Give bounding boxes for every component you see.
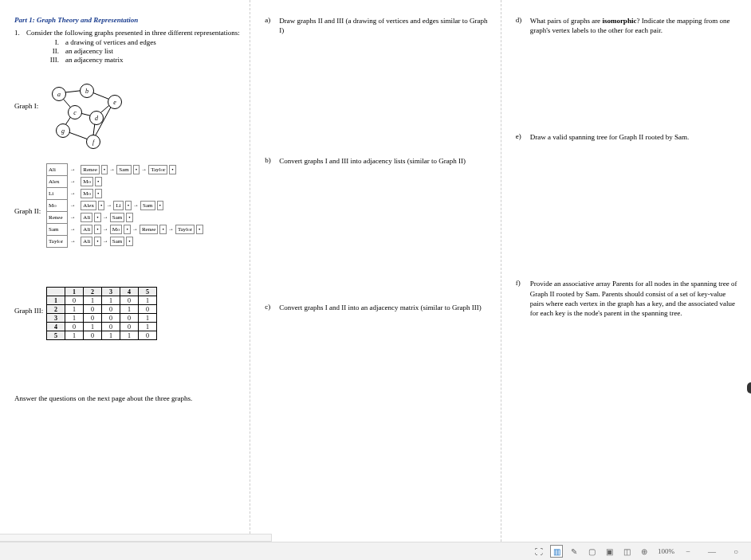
rep-1-num: I. — [43, 38, 59, 46]
adj-list-pointer: • — [126, 237, 132, 246]
question-f: f) Provide an associative array Parents … — [516, 279, 741, 318]
zoom-slider[interactable]: — — [699, 545, 725, 558]
adj-head: Mo — [47, 200, 68, 212]
arrow-icon: → — [168, 226, 174, 233]
rep-3: an adjacency matrix — [65, 56, 123, 64]
node-f: f — [86, 135, 100, 149]
adj-list-pointer: • — [101, 165, 108, 174]
question-c: c) Convert graphs I and II into an adjac… — [265, 303, 490, 312]
arrow-icon: → — [103, 214, 108, 221]
adj-list-pointer: • — [133, 165, 140, 174]
book-view-icon[interactable]: ◫ — [620, 545, 633, 558]
adj-head: Taylor — [47, 236, 68, 248]
single-page-icon[interactable]: ▢ — [585, 545, 598, 558]
arrow-icon: → — [132, 226, 138, 233]
q-b-letter: b) — [265, 156, 279, 166]
q-d-bold: isomorphic — [602, 17, 636, 25]
q-f-letter: f) — [516, 279, 530, 318]
matrix-cell: 0 — [84, 331, 102, 340]
question-b: b) Convert graphs I and III into adjacen… — [265, 156, 490, 166]
two-page-icon[interactable]: ▣ — [603, 545, 615, 558]
node-a: a — [52, 87, 66, 101]
page-2: a) Draw graphs II and III (a drawing of … — [250, 0, 501, 542]
adj-head: Alex — [47, 176, 68, 188]
q-b-text: Convert graphs I and III into adjacency … — [279, 156, 490, 166]
graph-3-matrix: 12345 101101210010310001401001510110 — [46, 287, 157, 340]
question-d: d) What pairs of graphs are isomorphic? … — [516, 16, 741, 35]
matrix-cell: 0 — [120, 323, 139, 331]
matrix-row-header: 3 — [47, 314, 65, 323]
matrix-cell: 0 — [65, 296, 84, 305]
question-e: e) Draw a valid spanning tree for Graph … — [516, 132, 741, 142]
matrix-cell: 0 — [139, 305, 157, 314]
matrix-cell: 1 — [65, 314, 84, 323]
adj-head: Ali — [47, 164, 68, 176]
arrow-icon: → — [141, 166, 147, 173]
part-title: Part 1: Graph Theory and Representation — [14, 16, 240, 24]
adj-list-pointer: • — [157, 201, 163, 210]
matrix-cell: 1 — [139, 323, 157, 331]
matrix-cell: 1 — [102, 296, 120, 305]
side-handle[interactable] — [747, 382, 751, 394]
adj-list-pointer: • — [98, 201, 104, 210]
arrow-icon: → — [109, 166, 115, 173]
adj-list-node: Mo — [81, 177, 93, 186]
q-a-text: Draw graphs II and III (a drawing of ver… — [279, 16, 490, 35]
q-c-text: Convert graphs I and II into an adjacenc… — [279, 303, 490, 312]
matrix-cell: 1 — [139, 296, 157, 305]
adj-list-pointer: • — [169, 165, 175, 174]
horizontal-scrollbar[interactable] — [0, 534, 272, 542]
q-d-letter: d) — [516, 16, 530, 35]
edit-icon[interactable]: ✎ — [568, 545, 580, 558]
adj-head: Li — [47, 188, 68, 200]
adj-list-node: Renee — [81, 165, 100, 174]
representation-list: I.a drawing of vertices and edges II.an … — [43, 38, 240, 64]
multipage-view-icon[interactable]: ▥ — [550, 545, 563, 558]
zoom-reset-icon[interactable]: ○ — [729, 545, 742, 558]
graph-3-label: Graph III: — [14, 307, 43, 315]
adj-list-node: Ali — [81, 213, 92, 222]
matrix-cell: 1 — [120, 305, 139, 314]
q-c-letter: c) — [265, 303, 279, 312]
matrix-header: 5 — [139, 288, 157, 296]
page-3: d) What pairs of graphs are isomorphic? … — [501, 0, 751, 542]
fullscreen-icon[interactable]: ⛶ — [533, 545, 545, 558]
adj-list-node: Mo — [110, 225, 123, 234]
matrix-cell: 0 — [120, 314, 139, 323]
adj-list-pointer: • — [159, 225, 166, 234]
q1-number: 1. — [14, 29, 20, 37]
matrix-cell: 1 — [139, 314, 157, 323]
graph-1-drawing: a b e c d g f — [46, 80, 150, 151]
q-e-letter: e) — [516, 132, 530, 142]
adj-head: Sam — [47, 224, 68, 236]
zoom-level: 100% — [658, 547, 674, 555]
matrix-header — [47, 288, 65, 296]
node-c: c — [68, 105, 82, 119]
matrix-cell: 1 — [65, 331, 84, 340]
rep-2: an adjacency list — [65, 47, 113, 55]
adj-list-pointer: • — [94, 213, 100, 222]
adj-list-node: Li — [113, 201, 123, 210]
question-a: a) Draw graphs II and III (a drawing of … — [265, 16, 490, 35]
matrix-cell: 0 — [65, 323, 84, 331]
graph-1-label: Graph I: — [14, 102, 38, 110]
graph-2-label: Graph II: — [14, 207, 41, 215]
node-e: e — [108, 95, 122, 109]
q1-text: Consider the following graphs presented … — [26, 29, 240, 37]
adj-list-node: Ali — [81, 225, 92, 234]
arrow-icon: → — [103, 226, 108, 233]
zoom-out-icon[interactable]: − — [682, 545, 694, 558]
adj-list-pointer: • — [94, 225, 100, 234]
rep-2-num: II. — [43, 47, 59, 55]
adj-list-node: Sam — [110, 237, 124, 246]
q-d-pre: What pairs of graphs are — [530, 17, 603, 25]
adj-head: Renee — [47, 212, 68, 224]
web-layout-icon[interactable]: ⊕ — [638, 545, 651, 558]
adj-list-node: Sam — [116, 165, 131, 174]
matrix-cell: 1 — [84, 323, 102, 331]
adj-list-pointer: • — [94, 237, 100, 246]
matrix-header: 2 — [84, 288, 102, 296]
matrix-cell: 0 — [120, 296, 139, 305]
document-pages: Part 1: Graph Theory and Representation … — [0, 0, 751, 542]
adj-list-node: Renee — [140, 225, 159, 234]
